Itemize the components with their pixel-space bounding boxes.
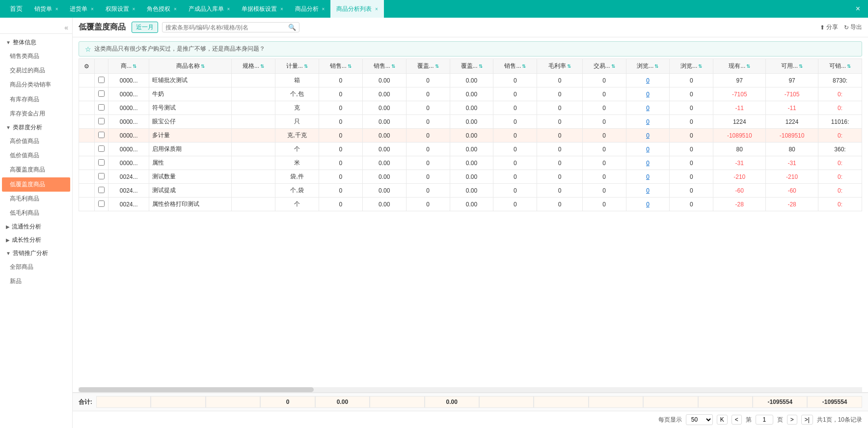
row-checkbox-input-6[interactable] xyxy=(98,159,105,166)
col-sales-qty[interactable]: 销售...⇅ xyxy=(319,59,362,74)
row-checkbox-4[interactable] xyxy=(95,129,108,143)
col-avail-stock[interactable]: 可用...⇅ xyxy=(766,59,818,74)
row-checkbox-1[interactable] xyxy=(95,87,108,101)
row-view-count1-6[interactable]: 0 xyxy=(626,156,670,170)
current-page-input[interactable] xyxy=(756,415,773,425)
row-view-count1-0[interactable]: 0 xyxy=(626,74,670,87)
row-view-count1-7[interactable]: 0 xyxy=(626,170,670,184)
col-sales-ratio[interactable]: 销售...⇅ xyxy=(493,59,537,74)
sidebar-item-high-value[interactable]: 高价值商品 xyxy=(0,134,72,148)
row-checkbox-8[interactable] xyxy=(95,184,108,198)
header-actions: ⬆ 分享 ↻ 导出 xyxy=(820,23,862,31)
row-view-count1-2[interactable]: 0 xyxy=(626,101,670,115)
col-name[interactable]: 商品名称⇅ xyxy=(149,59,232,74)
row-checkbox-2[interactable] xyxy=(95,101,108,115)
nav-roles[interactable]: 角色授权 × xyxy=(141,0,182,18)
row-checkbox-input-0[interactable] xyxy=(98,77,105,83)
prev-page-button[interactable]: < xyxy=(732,415,742,425)
col-cover-qty[interactable]: 覆盖...⇅ xyxy=(406,59,450,74)
sidebar-item-category-rate[interactable]: 商品分类动销率 xyxy=(0,78,72,92)
close-all-button[interactable]: × xyxy=(852,4,864,13)
row-view-count1-9[interactable]: 0 xyxy=(626,198,670,211)
row-trade-count-9: 0 xyxy=(582,198,626,211)
row-checkbox-input-1[interactable] xyxy=(98,90,105,97)
close-template-tab[interactable]: × xyxy=(280,6,283,12)
col-view-count2[interactable]: 浏览...⇅ xyxy=(670,59,713,74)
row-checkbox-6[interactable] xyxy=(95,156,108,170)
close-products-tab[interactable]: × xyxy=(227,6,230,12)
page-size-select[interactable]: 50 100 200 xyxy=(686,414,713,425)
col-spec[interactable]: 规格...⇅ xyxy=(232,59,275,74)
sidebar-item-stock-capital[interactable]: 库存资金占用 xyxy=(0,107,72,121)
sidebar-item-in-stock-goods[interactable]: 有库存商品 xyxy=(0,92,72,107)
row-checkbox-input-7[interactable] xyxy=(98,173,105,179)
row-view-count1-1[interactable]: 0 xyxy=(626,87,670,101)
col-gross-margin[interactable]: 毛利率⇅ xyxy=(537,59,582,74)
sidebar-item-low-coverage[interactable]: 低覆盖度商品 xyxy=(2,177,70,192)
close-analysis-tab[interactable]: × xyxy=(322,6,325,12)
scroll-thumb[interactable] xyxy=(79,387,314,392)
sidebar-group-liquidity[interactable]: ▶ 流通性分析 xyxy=(0,220,72,233)
row-checkbox-input-4[interactable] xyxy=(98,132,105,138)
nav-products-in[interactable]: 产成品入库单 × xyxy=(183,0,236,18)
export-button[interactable]: ↻ 导出 xyxy=(844,23,862,31)
nav-purchase[interactable]: 进货单 × xyxy=(64,0,99,18)
sidebar-item-low-margin[interactable]: 低毛利商品 xyxy=(0,206,72,220)
row-view-count1-8[interactable]: 0 xyxy=(626,184,670,198)
col-view-count1[interactable]: 浏览...⇅ xyxy=(626,59,670,74)
nav-sales[interactable]: 销货单 × xyxy=(28,0,64,18)
nav-analysis-list[interactable]: 商品分析列表 × xyxy=(330,0,383,18)
row-checkbox-3[interactable] xyxy=(95,115,108,129)
col-unit[interactable]: 计量...⇅ xyxy=(275,59,319,74)
row-checkbox-input-9[interactable] xyxy=(98,200,105,207)
row-checkbox-0[interactable] xyxy=(95,74,108,87)
row-checkbox-input-5[interactable] xyxy=(98,145,105,152)
search-icon[interactable]: 🔍 xyxy=(288,24,296,31)
row-view-count1-5[interactable]: 0 xyxy=(626,143,670,156)
close-purchase-tab[interactable]: × xyxy=(91,6,94,12)
row-checkbox-input-3[interactable] xyxy=(98,118,105,124)
row-checkbox-input-2[interactable] xyxy=(98,104,105,111)
col-saleable-stock[interactable]: 可销...⇅ xyxy=(818,59,862,74)
sidebar-item-traded-goods[interactable]: 交易过的商品 xyxy=(0,63,72,78)
nav-home[interactable]: 首页 xyxy=(4,0,28,18)
col-trade-count[interactable]: 交易...⇅ xyxy=(582,59,626,74)
col-code[interactable]: 商...⇅ xyxy=(108,59,149,74)
sidebar-item-new-goods[interactable]: 新品 xyxy=(0,274,72,288)
last-page-button[interactable]: >| xyxy=(801,415,813,425)
close-roles-tab[interactable]: × xyxy=(174,6,177,12)
nav-template[interactable]: 单据模板设置 × xyxy=(236,0,289,18)
sidebar-item-low-value[interactable]: 低价值商品 xyxy=(0,148,72,163)
sidebar-collapse-btn[interactable]: « xyxy=(64,24,68,31)
row-checkbox-5[interactable] xyxy=(95,143,108,156)
row-checkbox-7[interactable] xyxy=(95,170,108,184)
search-input[interactable] xyxy=(165,24,288,31)
row-checkbox-input-8[interactable] xyxy=(98,187,105,193)
col-cover-amt[interactable]: 覆盖...⇅ xyxy=(450,59,493,74)
row-view-count1-3[interactable]: 0 xyxy=(626,115,670,129)
next-page-button[interactable]: > xyxy=(787,415,797,425)
col-settings[interactable]: ⚙ xyxy=(79,59,95,74)
close-sales-tab[interactable]: × xyxy=(55,6,58,12)
col-sales-amt[interactable]: 销售...⇅ xyxy=(362,59,406,74)
close-analysis-list-tab[interactable]: × xyxy=(375,6,378,12)
row-view-count1-4[interactable]: 0 xyxy=(626,129,670,143)
horizontal-scrollbar[interactable] xyxy=(79,387,862,392)
sidebar-item-sales-goods[interactable]: 销售类商品 xyxy=(0,49,72,63)
date-filter-button[interactable]: 近一月 xyxy=(132,22,158,33)
row-checkbox-9[interactable] xyxy=(95,198,108,211)
close-permissions-tab[interactable]: × xyxy=(133,6,136,12)
nav-permissions[interactable]: 权限设置 × xyxy=(100,0,141,18)
sidebar-group-marketing[interactable]: ▼ 营销推广分析 xyxy=(0,247,72,260)
sidebar-group-cluster[interactable]: ▼ 类群度分析 xyxy=(0,121,72,134)
nav-analysis[interactable]: 商品分析 × xyxy=(289,0,330,18)
share-button[interactable]: ⬆ 分享 xyxy=(820,23,838,31)
col-current-stock[interactable]: 现有...⇅ xyxy=(713,59,766,74)
first-page-button[interactable]: K xyxy=(717,415,728,425)
sidebar-item-high-margin[interactable]: 高毛利商品 xyxy=(0,192,72,206)
sidebar-item-all-goods[interactable]: 全部商品 xyxy=(0,260,72,274)
sidebar-item-high-coverage[interactable]: 高覆盖度商品 xyxy=(0,163,72,177)
sidebar-group-overview[interactable]: ▼ 整体信息 xyxy=(0,36,72,49)
sidebar-group-growth[interactable]: ▶ 成长性分析 xyxy=(0,233,72,247)
table-wrapper[interactable]: ⚙ 商...⇅ 商品名称⇅ 规格...⇅ 计量...⇅ 销售...⇅ 销售...… xyxy=(73,58,868,387)
